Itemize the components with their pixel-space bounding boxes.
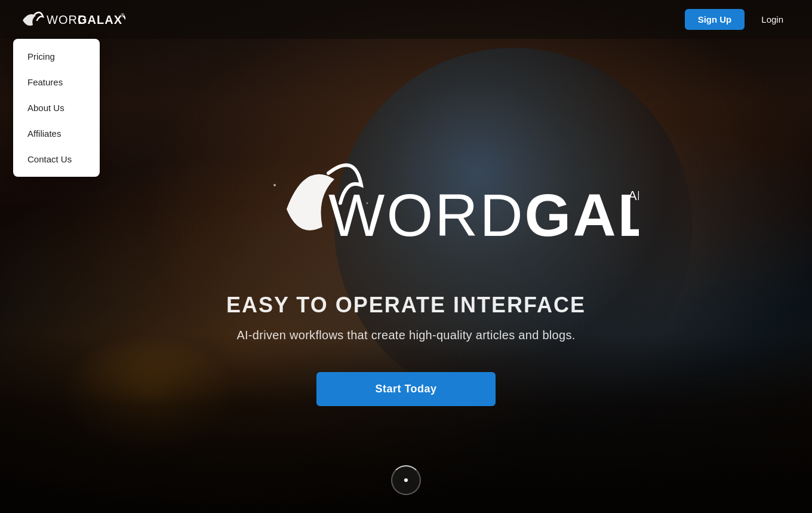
loading-circle [391,465,421,495]
wordgalaxy-logo-svg: WORD GALAXY ® [18,8,125,31]
svg-point-3 [273,184,276,186]
hero-logo-svg: WORDGALAXY AI [173,143,639,275]
svg-text:®: ® [121,13,125,19]
hero-headline: EASY TO OPERATE INTERFACE [226,293,586,318]
dropdown-item-features[interactable]: Features [13,69,100,95]
logo-area: WORD GALAXY ® [18,8,125,31]
login-button[interactable]: Login [751,9,794,30]
svg-text:GALAXY: GALAXY [78,13,125,26]
start-today-button[interactable]: Start Today [316,372,496,406]
navbar-logo: WORD GALAXY ® [18,8,125,31]
svg-text:AI: AI [628,188,639,203]
dropdown-item-affiliates[interactable]: Affiliates [13,121,100,146]
hero-logo: WORDGALAXY AI [173,143,639,275]
dropdown-item-about-us[interactable]: About Us [13,95,100,121]
svg-text:WORDGALAXY: WORDGALAXY [328,182,639,248]
dropdown-item-contact-us[interactable]: Contact Us [13,146,100,172]
main-content: WORDGALAXY AI EASY TO OPERATE INTERFACE … [0,0,812,513]
loading-dot [404,478,408,482]
dropdown-menu: Pricing Features About Us Affiliates Con… [13,39,100,177]
nav-buttons: Sign Up Login [685,9,794,30]
bottom-indicator [391,465,421,495]
signup-button[interactable]: Sign Up [685,9,745,30]
hero-subheadline: AI-driven workflows that create high-qua… [236,328,575,342]
dropdown-item-pricing[interactable]: Pricing [13,44,100,69]
navbar: WORD GALAXY ® Sign Up Login [0,0,812,39]
